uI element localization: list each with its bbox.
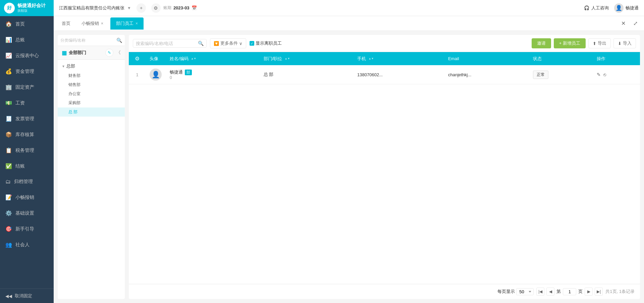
filter-icon: 🔽 [214,41,219,46]
col-name[interactable]: 姓名/编码 ▲▼ [166,52,260,65]
page-label: 第 [556,289,561,295]
logout-icon[interactable]: ⎋ [603,72,606,77]
settings-button[interactable]: ⚙ [151,3,161,13]
user-area[interactable]: 👤 畅捷通 [614,3,639,13]
export-button[interactable]: ⬆ 导出 [588,38,611,48]
sidebar-item-funds[interactable]: 💰 资金管理 [0,63,54,79]
company-name: 江西服宝精品有限责任公司内账张 [59,5,124,11]
sidebar-item-closing[interactable]: ✅ 结账 [0,158,54,174]
col-phone[interactable]: 手机 ▲▼ [353,52,444,65]
add-button[interactable]: ＋ [137,3,146,13]
page-number-input[interactable] [563,288,576,295]
dept-child-label: 总 部 [68,110,77,114]
dept-item-sales[interactable]: 销售部 [58,80,125,89]
tab-expense-close[interactable]: × [101,21,103,26]
tab-dept-close[interactable]: × [136,21,138,26]
sidebar-item-social[interactable]: 👥 社会人 [0,237,54,253]
import-label: 导入 [623,40,632,46]
header-right: 🎧 人工咨询 👤 畅捷通 [584,3,639,13]
dept-parent-label: 总部 [66,63,75,69]
salary-icon: 💵 [5,100,12,106]
col-settings[interactable]: ⚙ [129,52,146,65]
tab-expense[interactable]: 小畅报销 × [76,17,109,30]
sidebar-item-settings[interactable]: ⚙️ 基础设置 [0,205,54,221]
sort-name-icon: ▲▼ [191,57,196,60]
sidebar-item-inventory[interactable]: 📦 库存核算 [0,127,54,142]
show-resigned-area[interactable]: ✓ 显示离职员工 [250,40,282,46]
export-label: 导出 [598,40,606,46]
sidebar-pin-toggle[interactable]: ◀◀ 取消固定 [0,289,54,303]
show-resigned-checkbox[interactable]: ✓ [250,41,254,46]
sidebar-item-assets[interactable]: 🏢 固定资产 [0,79,54,95]
dept-item-finance[interactable]: 财务部 [58,71,125,80]
sidebar-item-label: 固定资产 [15,84,34,90]
dept-item-office[interactable]: 办公室 [58,89,125,98]
invite-button[interactable]: 邀请 [532,38,551,48]
sidebar-item-label: 工资 [15,100,25,106]
content-area: 首页 小畅报销 × 部门员工 × ✕ ⤢ 🔍 [54,16,644,303]
sidebar-item-tax[interactable]: 📋 税务管理 [0,142,54,158]
dept-search: 🔍 [58,35,125,46]
dept-item-purchasing[interactable]: 采购部 [58,98,125,107]
sidebar-item-salary[interactable]: 💵 工资 [0,95,54,111]
sidebar-item-ledger[interactable]: 📊 总账 [0,32,54,48]
tax-icon: 📋 [5,147,12,154]
edit-icon[interactable]: ✎ [597,72,601,77]
dept-search-button[interactable]: 🔍 [116,38,122,43]
employee-code: 0 [170,75,256,80]
sidebar-item-guide[interactable]: 🎯 新手引导 [0,221,54,237]
headset-icon: 🎧 [584,5,589,10]
dept-add-button[interactable]: ✎ [105,49,113,57]
filter-button[interactable]: 🔽 更多条件 ∨ [210,38,246,48]
employee-search-button[interactable]: 🔍 [198,41,204,46]
employee-search-input[interactable] [136,41,196,46]
row-number: 1 [129,65,146,84]
tab-home-label: 首页 [62,20,70,27]
support-button[interactable]: 🎧 人工咨询 [584,5,609,11]
app-name: 畅捷通好会计 [17,3,46,8]
sidebar-item-invoice[interactable]: 🧾 发票管理 [0,111,54,127]
ledger-icon: 📊 [5,37,12,43]
support-label: 人工咨询 [591,5,609,11]
employee-avatar-cell: 👤 [146,65,166,84]
sidebar-item-label: 新手引导 [15,226,34,232]
period-value: 2023-03 [173,5,190,10]
dept-header: ▦ 全部部门 ✎ 《 [58,46,125,60]
dept-item-general[interactable]: 总 部 [58,107,125,117]
sidebar-item-archive[interactable]: 🗂 归档管理 [0,174,54,189]
dept-search-input[interactable] [60,38,115,43]
total-info: 共1页, 1条记录 [605,289,635,295]
prev-page-button[interactable]: ◀ [546,288,554,296]
dept-tree: ▼ 总部 财务部 销售部 办公室 采购部 [58,60,125,299]
dept-collapse-button[interactable]: 《 [116,50,121,56]
add-employee-button[interactable]: + 新增员工 [554,38,586,48]
guide-icon: 🎯 [5,226,12,232]
company-selector[interactable]: 江西服宝精品有限责任公司内账张 ▼ [59,5,131,11]
col-dept[interactable]: 部门/职位 ▲▼ [260,52,354,65]
first-page-button[interactable]: |◀ [536,288,544,296]
dept-item-headquarters[interactable]: ▼ 总部 [58,61,125,71]
page-size-dropdown[interactable]: 50 20 100 [516,288,534,295]
sidebar-item-label: 归档管理 [14,179,33,185]
tab-dept-employee[interactable]: 部门员工 × [110,17,144,30]
logo-area: 好 畅捷通好会计 旗舰版 [0,0,54,16]
last-page-button[interactable]: ▶| [595,288,603,296]
dept-child-label: 办公室 [68,91,80,96]
sidebar-item-label: 结账 [15,163,25,169]
import-button[interactable]: ⬇ 导入 [613,38,636,48]
employee-dept-badge: 部 [185,70,192,75]
sidebar-item-reports[interactable]: 📈 云报表中心 [0,48,54,63]
next-page-button[interactable]: ▶ [585,288,593,296]
pin-icon: ◀◀ [5,294,12,299]
sidebar-item-home[interactable]: 🏠 首页 [0,16,54,32]
tab-expand[interactable]: ⤢ [631,19,640,28]
tab-close-window[interactable]: ✕ [619,19,628,28]
tab-home[interactable]: 首页 [58,17,74,30]
export-icon: ⬆ [593,41,596,46]
calendar-icon[interactable]: 📅 [192,5,197,10]
settings-icon[interactable]: ⚙ [135,56,140,61]
employee-table: ⚙ 头像 姓名/编码 ▲▼ 部门/职位 ▲▼ [129,52,640,284]
employee-email: chanjethkj... [444,65,529,84]
company-dropdown-icon: ▼ [127,6,131,10]
sidebar-item-expense[interactable]: 📝 小畅报销 [0,189,54,205]
